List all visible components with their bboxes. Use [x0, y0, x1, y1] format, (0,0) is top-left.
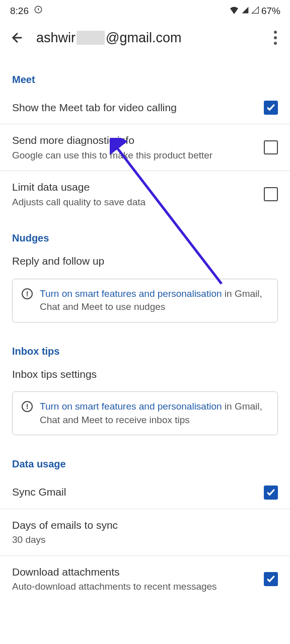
- status-time: 8:26: [10, 6, 29, 17]
- title-download: Download attachments: [12, 565, 256, 579]
- checkbox-sync-gmail[interactable]: [264, 486, 278, 500]
- sub-days-sync: 30 days: [12, 533, 270, 546]
- sub-diagnostic: Google can use this to make this product…: [12, 149, 256, 162]
- checkbox-diagnostic[interactable]: [264, 140, 278, 154]
- nudges-info-text: Turn on smart features and personalisati…: [40, 287, 268, 314]
- title-diagnostic: Send more diagnostic info: [12, 133, 256, 147]
- row-show-meet-tab[interactable]: Show the Meet tab for video calling: [0, 92, 290, 124]
- row-days-sync[interactable]: Days of emails to sync 30 days: [0, 509, 290, 555]
- wifi-icon: [229, 6, 239, 17]
- row-diagnostic[interactable]: Send more diagnostic info Google can use…: [0, 124, 290, 171]
- row-sync-gmail[interactable]: Sync Gmail: [0, 476, 290, 508]
- section-nudges: Nudges: [0, 217, 290, 250]
- nudges-info-card[interactable]: ! Turn on smart features and personalisa…: [12, 279, 278, 323]
- signal-empty-icon: [251, 6, 259, 17]
- section-data-usage: Data usage: [0, 443, 290, 476]
- title-limit-data: Limit data usage: [12, 180, 256, 194]
- row-limit-data[interactable]: Limit data usage Adjusts call quality to…: [0, 171, 290, 217]
- inbox-tips-info-card[interactable]: ! Turn on smart features and personalisa…: [12, 391, 278, 435]
- sub-download: Auto-download attachments to recent mess…: [12, 580, 256, 593]
- sub-limit-data: Adjusts call quality to save data: [12, 196, 256, 209]
- title-sync-gmail: Sync Gmail: [12, 485, 256, 499]
- row-reply-follow[interactable]: Reply and follow up: [0, 250, 290, 272]
- alarm-icon: [34, 5, 43, 17]
- title-reply-follow: Reply and follow up: [12, 254, 270, 268]
- title-days-sync: Days of emails to sync: [12, 518, 270, 532]
- checkbox-show-meet[interactable]: [264, 101, 278, 115]
- checkbox-download[interactable]: [264, 572, 278, 586]
- checkbox-limit-data[interactable]: [264, 187, 278, 201]
- section-meet: Meet: [0, 59, 290, 92]
- more-icon[interactable]: [271, 28, 280, 48]
- row-inbox-tips-settings[interactable]: Inbox tips settings: [0, 363, 290, 385]
- title-show-meet: Show the Meet tab for video calling: [12, 101, 256, 115]
- redacted-block: [77, 31, 105, 45]
- section-inbox-tips: Inbox tips: [0, 331, 290, 363]
- app-bar: ashwir@gmail.com: [0, 19, 290, 59]
- battery-percent: 67%: [261, 6, 280, 17]
- account-email: ashwir@gmail.com: [36, 30, 259, 46]
- info-icon: !: [22, 288, 33, 299]
- inbox-tips-info-text: Turn on smart features and personalisati…: [40, 400, 268, 427]
- info-icon: !: [22, 401, 33, 412]
- signal-icon: [241, 6, 249, 17]
- back-icon[interactable]: [10, 31, 24, 45]
- row-download-attachments[interactable]: Download attachments Auto-download attac…: [0, 556, 290, 593]
- title-inbox-tips: Inbox tips settings: [12, 367, 270, 381]
- status-bar: 8:26 67%: [0, 0, 290, 19]
